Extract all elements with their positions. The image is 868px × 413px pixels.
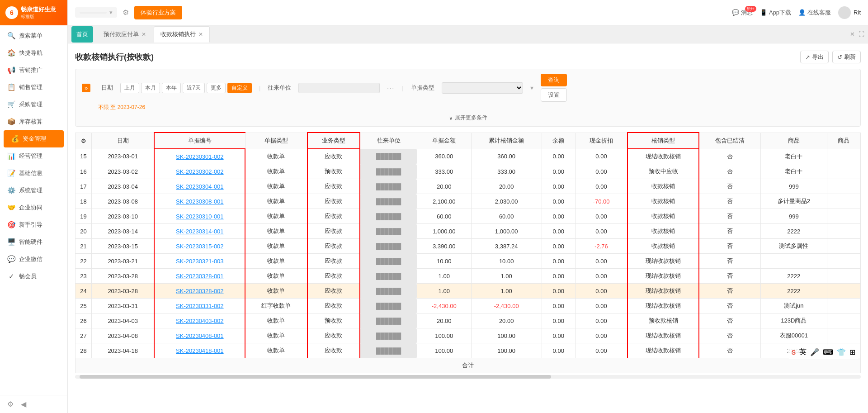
type-select[interactable] — [442, 82, 523, 94]
bill-no-link[interactable]: SK-20230314-001 — [176, 228, 224, 235]
cell-include-clear: 否 — [699, 209, 760, 224]
type-label: 单据类型 — [411, 84, 434, 92]
cell-rowno: 28 — [75, 343, 92, 358]
bill-no-link[interactable]: SK-20230321-003 — [176, 258, 224, 265]
tab-receipt-label: 收款核销执行 — [160, 30, 196, 38]
bill-no-link[interactable]: SK-20230310-001 — [176, 213, 224, 220]
cell-product2 — [827, 164, 860, 179]
date-btn-this-year[interactable]: 本年 — [162, 83, 181, 93]
bill-no-link[interactable]: SK-20230328-002 — [176, 288, 224, 294]
tab-receipt-close[interactable]: ✕ — [198, 31, 203, 38]
cell-cancel-type: 现结收款核销 — [627, 284, 699, 299]
sidebar-item-quicknav[interactable]: 🏠快捷导航 — [0, 44, 67, 62]
date-btn-7days[interactable]: 近7天 — [183, 83, 205, 93]
bill-no-link[interactable]: SK-20230331-002 — [176, 303, 224, 309]
cell-biz-type: 应收款 — [307, 269, 360, 284]
query-btn[interactable]: 查询 — [541, 74, 567, 86]
keyboard-icon[interactable]: ⌨ — [823, 348, 833, 356]
bill-no-link[interactable]: SK-20230308-001 — [176, 198, 224, 205]
th-balance: 余额 — [542, 133, 575, 149]
sidebar-item-system[interactable]: ⚙️系统管理 — [0, 182, 67, 199]
export-btn[interactable]: ↗ 导出 — [800, 51, 829, 63]
sidebar-item-basic[interactable]: 📝基础信息 — [0, 165, 67, 182]
date-btn-prev-month[interactable]: 上月 — [120, 83, 139, 93]
cell-rowno: 21 — [75, 239, 92, 254]
th-bill-no: 单据编号 — [154, 133, 245, 149]
th-settings[interactable]: ⚙ — [75, 133, 92, 149]
table-scrollbar[interactable] — [75, 375, 861, 379]
cell-counterpart: ██████ — [360, 269, 417, 284]
export-icon: ↗ — [805, 54, 810, 61]
sidebar-item-search[interactable]: 🔍搜索菜单 — [0, 27, 67, 44]
sidebar-item-member[interactable]: ✓畅会员 — [0, 268, 67, 285]
sidebar-item-sales[interactable]: 📋销售管理 — [0, 79, 67, 96]
cell-product: 2222 — [760, 224, 827, 239]
refresh-btn[interactable]: ↺ 刷新 — [832, 51, 861, 63]
cell-balance: 0.00 — [542, 284, 575, 299]
filter-sep2: | — [402, 85, 403, 91]
mic-icon[interactable]: 🎤 — [810, 348, 819, 356]
maximize-icon[interactable]: ⛶ — [859, 31, 864, 38]
sidebar-item-purchase[interactable]: 🛒采购管理 — [0, 96, 67, 113]
setting-btn[interactable]: 设置 — [541, 88, 567, 102]
cell-counterpart: ██████ — [360, 254, 417, 269]
cell-date: 2023-03-28 — [92, 269, 155, 284]
date-btn-more[interactable]: 更多 — [207, 83, 226, 93]
table-row: 21 2023-03-15 SK-20230315-002 收款单 应收款 ██… — [75, 239, 861, 254]
cell-product: 2222 — [760, 269, 827, 284]
online-service-btn[interactable]: 👤 在线客服 — [798, 9, 831, 17]
bill-no-link[interactable]: SK-20230328-001 — [176, 273, 224, 280]
cell-balance: 0.00 — [542, 239, 575, 254]
scrollbar-thumb[interactable] — [80, 375, 551, 379]
tab-prepay[interactable]: 预付款应付单 ✕ — [97, 26, 153, 43]
nav-icon-ops: 📊 — [7, 152, 15, 160]
sidebar-item-finance[interactable]: 💰资金管理 — [4, 130, 64, 147]
date-btn-custom[interactable]: 自定义 — [227, 83, 252, 93]
sidebar-item-corp[interactable]: 🤝企业协同 — [0, 199, 67, 216]
grid-icon[interactable]: ⊞ — [849, 348, 855, 356]
sidebar-item-guide[interactable]: 🎯新手引导 — [0, 216, 67, 233]
tab-prepay-close[interactable]: ✕ — [142, 31, 146, 38]
collapse-icon[interactable]: ◀ — [21, 400, 26, 408]
bill-no-link[interactable]: SK-20230403-002 — [176, 318, 224, 324]
tab-receipt[interactable]: 收款核销执行 ✕ — [154, 26, 210, 43]
message-btn[interactable]: 💬 消息 99+ — [732, 9, 753, 17]
cell-cash-discount: 0.00 — [575, 164, 627, 179]
bill-no-link[interactable]: SK-20230315-002 — [176, 243, 224, 250]
cell-amount: 20.00 — [417, 313, 471, 328]
bill-no-link[interactable]: SK-20230408-001 — [176, 332, 224, 339]
th-counterpart: 往来单位 — [360, 133, 417, 149]
sidebar-item-inventory[interactable]: 📦库存核算 — [0, 113, 67, 130]
user-avatar-area[interactable]: Rit — [838, 6, 861, 19]
nav-icon-inventory: 📦 — [7, 118, 15, 126]
cell-biz-type: 应收款 — [307, 343, 360, 358]
lang-icon[interactable]: 英 — [799, 347, 807, 357]
date-btn-this-month[interactable]: 本月 — [141, 83, 160, 93]
sidebar-item-hardware[interactable]: 🖥️智能硬件 — [0, 233, 67, 251]
cell-rowno: 25 — [75, 299, 92, 313]
unit-input[interactable] — [298, 83, 380, 93]
bill-no-link[interactable]: SK-20230304-001 — [176, 183, 224, 190]
sidebar-item-ops[interactable]: 📊经营管理 — [0, 147, 67, 165]
filter-expand-btn[interactable]: » — [82, 84, 90, 92]
nav-icon-purchase: 🛒 — [7, 100, 15, 109]
app-download-btn[interactable]: 📱 App下载 — [760, 9, 791, 17]
solution-btn[interactable]: 体验行业方案 — [134, 6, 182, 19]
close-all-icon[interactable]: ✕ — [850, 31, 855, 38]
logo-icon: 6 — [5, 6, 18, 19]
cell-product2 — [827, 269, 860, 284]
cell-rowno: 20 — [75, 224, 92, 239]
sidebar-item-marketing[interactable]: 📢营销推广 — [0, 62, 67, 79]
workspace-selector[interactable]: ▾ — [75, 7, 117, 18]
bill-no-link[interactable]: SK-20230301-002 — [176, 153, 224, 160]
cell-date: 2023-03-08 — [92, 194, 155, 209]
sidebar-item-wechat[interactable]: 💬企业微信 — [0, 251, 67, 268]
settings-icon[interactable]: ⚙ — [7, 400, 14, 408]
tab-home[interactable]: 首页 — [71, 26, 93, 43]
expand-more-btn[interactable]: ∨ 展开更多条件 — [82, 114, 854, 122]
bill-no-link[interactable]: SK-20230302-002 — [176, 168, 224, 175]
workspace-chevron[interactable]: ▾ — [109, 9, 113, 16]
cell-biz-type: 应收款 — [307, 224, 360, 239]
bill-no-link[interactable]: SK-20230418-001 — [176, 347, 224, 354]
settings-gear-icon[interactable]: ⚙ — [123, 8, 129, 17]
